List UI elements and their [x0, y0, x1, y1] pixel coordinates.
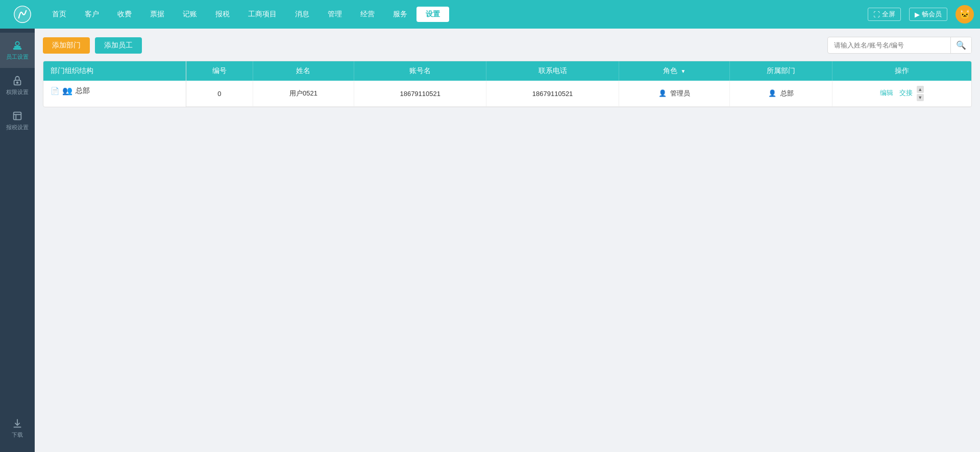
col-ops: 操作 [832, 61, 971, 81]
sidebar-bottom: 下载 [0, 411, 35, 452]
sidebar-download-label: 下载 [12, 431, 23, 439]
cell-phone: 18679110521 [486, 81, 619, 107]
nav-manage[interactable]: 管理 [318, 7, 351, 22]
nav-menu: 首页 客户 收费 票据 记账 报税 工商项目 消息 管理 经营 服务 设置 [43, 7, 868, 22]
sidebar-item-employee[interactable]: 员工设置 [0, 33, 35, 68]
svg-rect-6 [14, 112, 21, 120]
svg-rect-2 [15, 46, 20, 47]
top-nav-right: ⛶ 全屏 ▶ 畅会员 🐱 [868, 5, 974, 23]
search-input[interactable] [828, 38, 950, 52]
add-department-button[interactable]: 添加部门 [43, 37, 90, 54]
col-phone: 联系电话 [486, 61, 619, 81]
col-id: 编号 [186, 61, 253, 81]
table-panel: 编号 姓名 账号名 联系电话 角色 ▼ 所属部门 操作 [186, 61, 971, 107]
fullscreen-icon: ⛶ [873, 11, 880, 18]
top-navigation: 首页 客户 收费 票据 记账 报税 工商项目 消息 管理 经营 服务 设置 ⛶ … [0, 0, 980, 29]
app-logo [6, 5, 39, 23]
tree-header: 部门组织结构 [43, 61, 186, 81]
main-area: 员工设置 权限设置 报税设置 下载 [0, 29, 980, 452]
cell-dept-value: 总部 [780, 89, 794, 97]
transfer-link[interactable]: 交接 [899, 89, 913, 97]
sidebar-tax-label: 报税设置 [6, 124, 29, 131]
cell-role-value: 管理员 [670, 89, 690, 97]
search-button[interactable]: 🔍 [950, 37, 971, 53]
two-panel: 部门组织结构 📄 👥 总部 编号 姓名 账号名 联系电话 [43, 61, 972, 107]
col-name: 姓名 [253, 61, 354, 81]
table-row: 0 用户0521 18679110521 18679110521 👤 管理员 👤… [186, 81, 971, 107]
search-icon: 🔍 [956, 41, 966, 50]
nav-tax[interactable]: 报税 [206, 7, 239, 22]
edit-link[interactable]: 编辑 [880, 89, 893, 97]
vip-button[interactable]: ▶ 畅会员 [909, 8, 947, 21]
nav-invoice[interactable]: 票据 [141, 7, 174, 22]
tree-item-root[interactable]: 📄 👥 总部 [43, 81, 186, 101]
tree-panel: 部门组织结构 📄 👥 总部 [43, 61, 186, 107]
cell-role: 👤 管理员 [619, 81, 729, 107]
vip-label: 畅会员 [922, 10, 942, 19]
vip-icon: ▶ [915, 11, 920, 18]
nav-accounting[interactable]: 记账 [174, 7, 206, 22]
sidebar-download[interactable]: 下载 [0, 411, 35, 446]
nav-service[interactable]: 服务 [384, 7, 416, 22]
add-employee-button[interactable]: 添加员工 [95, 37, 142, 54]
file-icon: 📄 [51, 87, 59, 95]
col-account: 账号名 [354, 61, 486, 81]
cell-ops: 编辑 交接 ▲ ▼ [832, 81, 971, 107]
scroll-controls: ▲ ▼ [917, 86, 924, 101]
sidebar-item-permission[interactable]: 权限设置 [0, 68, 35, 103]
user-group-icon: 👥 [62, 86, 72, 96]
nav-message[interactable]: 消息 [286, 7, 318, 22]
scroll-down-button[interactable]: ▼ [917, 94, 924, 101]
col-role: 角色 ▼ [619, 61, 729, 81]
sort-icon: ▼ [680, 68, 685, 74]
fullscreen-button[interactable]: ⛶ 全屏 [868, 8, 901, 21]
nav-business[interactable]: 工商项目 [239, 7, 286, 22]
col-dept: 所属部门 [730, 61, 832, 81]
search-box: 🔍 [827, 37, 972, 54]
nav-billing[interactable]: 收费 [108, 7, 141, 22]
sidebar-item-tax-settings[interactable]: 报税设置 [0, 103, 35, 138]
cell-account: 18679110521 [354, 81, 486, 107]
sidebar: 员工设置 权限设置 报税设置 下载 [0, 29, 35, 452]
tree-item-label: 总部 [76, 86, 90, 96]
employee-table: 编号 姓名 账号名 联系电话 角色 ▼ 所属部门 操作 [186, 61, 971, 107]
nav-customer[interactable]: 客户 [76, 7, 108, 22]
nav-home[interactable]: 首页 [43, 7, 76, 22]
avatar-icon: 🐱 [959, 9, 970, 20]
dept-user-icon: 👤 [768, 89, 776, 97]
role-user-icon: 👤 [658, 89, 667, 97]
cell-id: 0 [186, 81, 253, 107]
toolbar: 添加部门 添加员工 🔍 [43, 37, 972, 54]
nav-settings[interactable]: 设置 [416, 7, 449, 22]
sidebar-employee-label: 员工设置 [6, 53, 29, 61]
page-content: 添加部门 添加员工 🔍 部门组织结构 📄 👥 总部 [35, 29, 980, 452]
cell-dept: 👤 总部 [730, 81, 832, 107]
sidebar-permission-label: 权限设置 [6, 88, 29, 96]
table-header-row: 编号 姓名 账号名 联系电话 角色 ▼ 所属部门 操作 [186, 61, 971, 81]
svg-point-1 [15, 42, 19, 45]
svg-point-5 [17, 82, 18, 83]
svg-rect-3 [14, 49, 21, 50]
cell-name: 用户0521 [253, 81, 354, 107]
nav-operation[interactable]: 经营 [351, 7, 384, 22]
user-avatar[interactable]: 🐱 [955, 5, 974, 23]
fullscreen-label: 全屏 [882, 10, 895, 19]
scroll-up-button[interactable]: ▲ [917, 86, 924, 93]
